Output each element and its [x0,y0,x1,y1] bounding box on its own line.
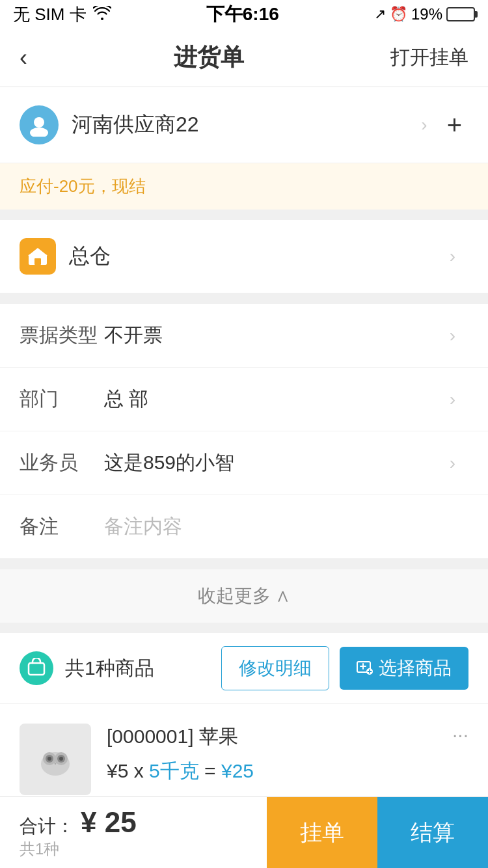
salesman-chevron-icon: › [450,453,455,474]
footer-total-amount: ¥ 25 [81,806,137,839]
battery-percent: 19% [411,5,442,23]
nav-bar: ‹ 进货单 打开挂单 [0,29,488,87]
salesman-row[interactable]: 业务员 这是859的小智 › [0,431,488,495]
salesman-value: 这是859的小智 [104,450,450,476]
svg-point-1 [30,128,48,137]
footer-total-label: 合计： [20,814,74,839]
main-content: 河南供应商22 › + 应付-20元，现结 总仓 › 票据类型 不开票 › [0,87,488,868]
svg-point-14 [59,757,63,761]
checkout-button[interactable]: 结算 [377,797,488,868]
department-chevron-icon: › [450,389,455,410]
product-equals: = [204,760,216,781]
product-count: 共1种商品 [65,655,221,682]
svg-point-13 [47,757,51,761]
department-row[interactable]: 部门 总 部 › [0,368,488,431]
add-button[interactable]: + [441,111,468,140]
department-label: 部门 [20,386,104,413]
wifi-icon [93,5,111,25]
back-button[interactable]: ‹ [20,44,27,72]
carrier-text: 无 SIM 卡 [13,3,87,26]
product-quantity: 5千克 [149,760,199,781]
salesman-label: 业务员 [20,450,104,476]
product-total: ¥25 [221,760,254,781]
product-code: [0000001] [107,726,193,747]
product-more-button[interactable]: ··· [452,724,468,746]
remark-label: 备注 [20,513,104,540]
select-product-label: 选择商品 [379,656,452,681]
warehouse-name: 总仓 [69,242,450,271]
ticket-type-chevron-icon: › [450,325,455,346]
open-hangdan-button[interactable]: 打开挂单 [390,44,468,71]
product-header: 共1种商品 修改明细 选择商品 [0,633,488,704]
supplier-row[interactable]: 河南供应商22 › + [0,87,488,163]
product-name: [0000001] 苹果 [107,724,452,750]
footer-total: 合计： ¥ 25 共1种 [0,797,267,868]
svg-marker-3 [28,248,47,256]
product-card: 共1种商品 修改明细 选择商品 [0,633,488,815]
warehouse-icon [20,238,56,275]
footer-total-line: 合计： ¥ 25 [20,806,247,839]
supplier-card: 河南供应商22 › + 应付-20元，现结 [0,87,488,210]
remark-row[interactable]: 备注 备注内容 [0,495,488,559]
supplier-chevron-icon: › [421,115,427,135]
select-product-button[interactable]: 选择商品 [340,647,468,690]
page-title: 进货单 [174,42,244,74]
alarm-icon: ⏰ [390,6,407,23]
product-thumbnail [20,724,91,795]
location-icon: ↗ [374,6,386,23]
remark-placeholder: 备注内容 [104,513,468,540]
footer-total-sub: 共1种 [20,839,247,860]
supplier-avatar [20,105,59,144]
ticket-type-label: 票据类型 [20,322,104,349]
product-multiply: x [134,760,144,781]
product-unit-price: ¥5 [107,760,128,781]
status-time: 下午6:16 [206,2,279,27]
battery-icon [446,7,475,21]
status-bar: 无 SIM 卡 下午6:16 ↗ ⏰ 19% [0,0,488,29]
svg-point-0 [34,117,44,128]
status-indicators: ↗ ⏰ 19% [374,5,475,23]
product-title: 苹果 [199,726,238,747]
edit-detail-button[interactable]: 修改明细 [221,646,329,690]
svg-rect-5 [29,663,44,675]
warehouse-chevron-icon: › [450,246,455,267]
collapse-row[interactable]: 收起更多 ∧ [0,569,488,623]
warehouse-row[interactable]: 总仓 › [0,220,488,293]
payment-notice: 应付-20元，现结 [0,163,488,210]
form-card: 票据类型 不开票 › 部门 总 部 › 业务员 这是859的小智 › 备注 备注… [0,304,488,559]
status-carrier: 无 SIM 卡 [13,3,111,26]
footer: 合计： ¥ 25 共1种 挂单 结算 [0,796,488,868]
product-icon [20,651,53,685]
department-value: 总 部 [104,386,450,413]
svg-rect-4 [34,258,41,265]
ticket-type-value: 不开票 [104,322,450,349]
hang-order-button[interactable]: 挂单 [267,797,377,868]
warehouse-card: 总仓 › [0,220,488,293]
supplier-name: 河南供应商22 [72,111,421,139]
ticket-type-row[interactable]: 票据类型 不开票 › [0,304,488,368]
product-info: [0000001] 苹果 ¥5 x 5千克 = ¥25 [107,724,452,785]
product-price: ¥5 x 5千克 = ¥25 [107,758,452,785]
